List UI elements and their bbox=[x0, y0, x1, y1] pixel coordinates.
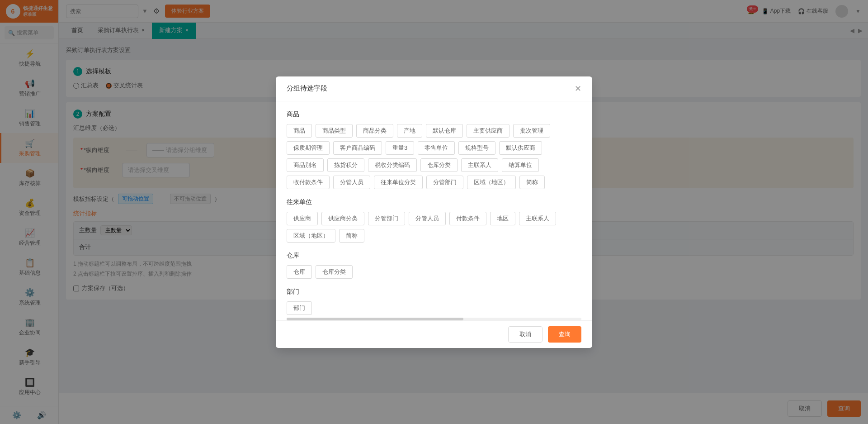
section-department-title: 部门 bbox=[287, 288, 581, 296]
section-department: 部门 部门 bbox=[287, 288, 581, 315]
section-goods-title: 商品 bbox=[287, 110, 581, 119]
partner-chips: 供应商 供应商分类 分管部门 分管人员 付款条件 地区 主联系人 区域（地区） … bbox=[287, 212, 581, 243]
chip-goods-13[interactable]: 商品别名 bbox=[287, 158, 324, 172]
section-goods: 商品 商品 商品类型 商品分类 产地 默认仓库 主要供应商 批次管理 保质期管理… bbox=[287, 110, 581, 189]
chip-goods-21[interactable]: 往来单位分类 bbox=[374, 176, 423, 189]
field-select-modal: 分组待选字段 ✕ 商品 商品 商品类型 商品分类 产地 默认仓库 主要供应商 批… bbox=[276, 76, 592, 348]
chip-partner-2[interactable]: 分管部门 bbox=[368, 212, 405, 225]
chip-goods-19[interactable]: 收付款条件 bbox=[287, 176, 330, 189]
chip-warehouse-1[interactable]: 仓库分类 bbox=[316, 265, 353, 279]
modal-confirm-button[interactable]: 查询 bbox=[548, 326, 581, 343]
chip-partner-6[interactable]: 主联系人 bbox=[519, 212, 556, 225]
chip-goods-14[interactable]: 拣货积分 bbox=[327, 158, 364, 172]
chip-goods-22[interactable]: 分管部门 bbox=[426, 176, 463, 189]
chip-goods-24[interactable]: 简称 bbox=[519, 176, 545, 189]
chip-partner-5[interactable]: 地区 bbox=[490, 212, 515, 225]
chip-goods-2[interactable]: 商品分类 bbox=[356, 124, 393, 138]
chip-goods-7[interactable]: 保质期管理 bbox=[287, 141, 330, 155]
chip-partner-8[interactable]: 简称 bbox=[339, 229, 364, 243]
chip-goods-17[interactable]: 主联系人 bbox=[461, 158, 498, 172]
chip-partner-0[interactable]: 供应商 bbox=[287, 212, 318, 225]
section-partner-title: 往来单位 bbox=[287, 198, 581, 206]
section-warehouse: 仓库 仓库 仓库分类 bbox=[287, 252, 581, 279]
chip-goods-10[interactable]: 零售单位 bbox=[418, 141, 455, 155]
chip-partner-4[interactable]: 付款条件 bbox=[449, 212, 486, 225]
chip-partner-1[interactable]: 供应商分类 bbox=[321, 212, 364, 225]
chip-goods-0[interactable]: 商品 bbox=[287, 124, 312, 138]
chip-goods-5[interactable]: 主要供应商 bbox=[467, 124, 509, 138]
chip-goods-8[interactable]: 客户商品编码 bbox=[333, 141, 382, 155]
warehouse-chips: 仓库 仓库分类 bbox=[287, 265, 581, 279]
modal-header: 分组待选字段 ✕ bbox=[276, 76, 592, 101]
modal-overlay[interactable]: 分组待选字段 ✕ 商品 商品 商品类型 商品分类 产地 默认仓库 主要供应商 批… bbox=[0, 0, 868, 424]
modal-footer: 取消 查询 bbox=[276, 320, 592, 348]
modal-horizontal-scrollbar[interactable] bbox=[287, 318, 581, 320]
department-chips: 部门 bbox=[287, 301, 581, 315]
section-warehouse-title: 仓库 bbox=[287, 252, 581, 260]
modal-close-button[interactable]: ✕ bbox=[575, 84, 581, 94]
chip-goods-18[interactable]: 结算单位 bbox=[502, 158, 539, 172]
section-partner: 往来单位 供应商 供应商分类 分管部门 分管人员 付款条件 地区 主联系人 区域… bbox=[287, 198, 581, 243]
chip-warehouse-0[interactable]: 仓库 bbox=[287, 265, 312, 279]
chip-goods-20[interactable]: 分管人员 bbox=[333, 176, 370, 189]
chip-goods-1[interactable]: 商品类型 bbox=[316, 124, 353, 138]
scrollbar-thumb bbox=[287, 318, 463, 320]
chip-goods-4[interactable]: 默认仓库 bbox=[426, 124, 463, 138]
chip-goods-16[interactable]: 仓库分类 bbox=[420, 158, 458, 172]
goods-chips: 商品 商品类型 商品分类 产地 默认仓库 主要供应商 批次管理 保质期管理 客户… bbox=[287, 124, 581, 189]
modal-title: 分组待选字段 bbox=[287, 84, 327, 93]
chip-goods-9[interactable]: 重量3 bbox=[386, 141, 414, 155]
chip-goods-15[interactable]: 税收分类编码 bbox=[368, 158, 417, 172]
chip-goods-23[interactable]: 区域（地区） bbox=[467, 176, 516, 189]
chip-partner-3[interactable]: 分管人员 bbox=[409, 212, 446, 225]
chip-partner-7[interactable]: 区域（地区） bbox=[287, 229, 335, 243]
chip-goods-3[interactable]: 产地 bbox=[397, 124, 422, 138]
chip-goods-12[interactable]: 默认供应商 bbox=[499, 141, 542, 155]
chip-goods-6[interactable]: 批次管理 bbox=[513, 124, 550, 138]
modal-body: 商品 商品 商品类型 商品分类 产地 默认仓库 主要供应商 批次管理 保质期管理… bbox=[276, 101, 592, 318]
chip-goods-11[interactable]: 规格型号 bbox=[458, 141, 495, 155]
chip-department-0[interactable]: 部门 bbox=[287, 301, 312, 315]
modal-cancel-button[interactable]: 取消 bbox=[508, 326, 542, 343]
